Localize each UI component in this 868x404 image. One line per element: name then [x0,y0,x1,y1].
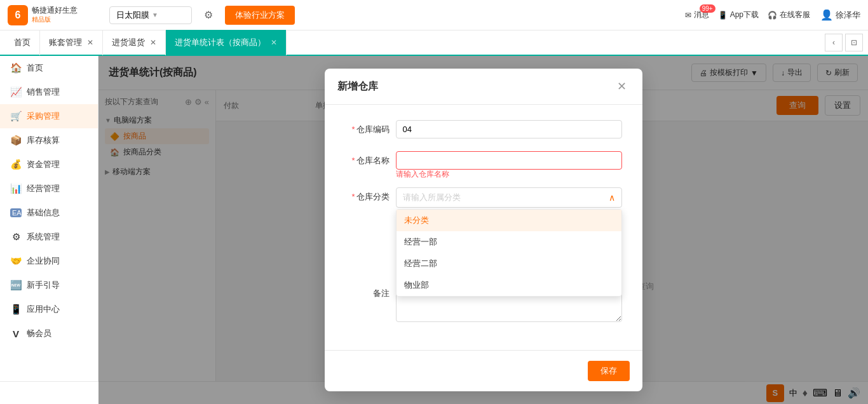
mobile-icon: 📱 [718,11,728,20]
sidebar-item-app-center[interactable]: 📱 应用中心 [0,297,98,321]
tab-purchase-return[interactable]: 进货退货 ✕ [103,30,166,55]
sidebar-item-operations[interactable]: 📊 经营管理 [0,177,98,201]
vip-icon: V [10,328,22,339]
message-icon: ✉ [685,11,691,20]
modal-overlay: 新增仓库 ✕ 仓库编码 仓库名称 请输入仓库名称 [98,56,868,404]
sidebar-enterprise-label: 企业协同 [27,255,60,267]
sidebar-sales-label: 销售管理 [27,86,60,98]
category-arrow-up-icon: ∧ [609,192,615,203]
modal-body: 仓库编码 仓库名称 请输入仓库名称 仓库分类 [325,105,642,350]
remark-label: 备注 [345,284,396,299]
sidebar: 🏠 首页 📈 销售管理 🛒 采购管理 📦 库存核算 💰 资金管理 📊 经营管理 … [0,56,98,404]
tab-controls: ‹ ⊡ [825,34,863,51]
logo-area: 6 畅捷通好生意 精品版 [8,5,103,25]
code-input[interactable] [396,120,622,138]
tab-bar: 首页 账套管理 ✕ 进货退货 ✕ 进货单统计表（按商品） ✕ ‹ ⊡ [0,30,868,56]
system-icon: ⚙ [10,231,22,243]
inventory-icon: 📦 [10,135,22,146]
modal-header: 新增仓库 ✕ [325,69,642,105]
tab-purchase-stats-close-icon[interactable]: ✕ [271,38,277,47]
header-settings-icon[interactable]: ⚙ [198,5,219,25]
dropdown-item-dept1[interactable]: 经营一部 [397,231,621,253]
name-row: 仓库名称 请输入仓库名称 [345,151,622,170]
main-layout: 🏠 首页 📈 销售管理 🛒 采购管理 📦 库存核算 💰 资金管理 📊 经营管理 … [0,56,868,404]
name-label: 仓库名称 [345,151,396,166]
header-right: ✉ 99+ 消息 📱 App下载 🎧 在线客服 👤 徐泽华 [685,9,860,21]
sidebar-item-system[interactable]: ⚙ 系统管理 [0,225,98,249]
store-name: 日太阳膜 [116,10,149,21]
sidebar-home-label: 首页 [27,62,43,74]
logo-text: 畅捷通好生意 [32,6,78,16]
category-placeholder: 请输入所属分类 [403,192,461,203]
tab-account[interactable]: 账套管理 ✕ [40,30,103,55]
sidebar-basic-info-label: 基础信息 [27,207,60,219]
sidebar-operations-label: 经营管理 [27,183,60,194]
name-input-container: 请输入仓库名称 [396,151,622,170]
sidebar-item-basic-info[interactable]: EA 基础信息 [0,201,98,225]
sidebar-item-home[interactable]: 🏠 首页 [0,56,98,80]
name-input[interactable] [396,151,622,170]
sidebar-finance-label: 资金管理 [27,159,60,170]
tab-home[interactable]: 首页 [5,30,40,55]
tab-prev-button[interactable]: ‹ [825,34,843,51]
dropdown-item-dept2[interactable]: 经营二部 [397,253,621,274]
message-icon-item[interactable]: ✉ 99+ 消息 [685,10,709,20]
store-selector[interactable]: 日太阳膜 ▼ [109,6,192,24]
enterprise-icon: 🤝 [10,255,22,267]
sidebar-purchase-label: 采购管理 [27,111,60,122]
code-row: 仓库编码 [345,120,622,138]
store-arrow-icon: ▼ [152,11,185,18]
dropdown-item-unclassified[interactable]: 未分类 [397,210,621,231]
tab-account-close-icon[interactable]: ✕ [87,38,93,47]
headset-icon: 🎧 [768,11,777,20]
top-header: 6 畅捷通好生意 精品版 日太阳膜 ▼ ⚙ 体验行业方案 ✉ 99+ 消息 📱 … [0,0,868,30]
header-icon-group: ✉ 99+ 消息 📱 App下载 🎧 在线客服 [685,10,810,20]
online-service-item[interactable]: 🎧 在线客服 [768,10,810,20]
user-profile[interactable]: 👤 徐泽华 [820,9,860,21]
logo-sub: 精品版 [32,15,78,24]
tab-purchase-stats[interactable]: 进货单统计表（按商品） ✕ [166,30,287,55]
message-badge: 99+ [700,4,715,13]
code-label: 仓库编码 [345,120,396,135]
sidebar-inventory-label: 库存核算 [27,135,60,146]
modal-footer: 保存 [325,350,642,391]
tab-purchase-return-close-icon[interactable]: ✕ [150,38,156,47]
content-area: 进货单统计(按商品) 🖨 按模板打印 ▼ ↓ 导出 ↻ 刷新 [98,56,868,404]
modal-title: 新增仓库 [337,80,378,93]
trial-button[interactable]: 体验行业方案 [225,6,295,25]
user-name: 徐泽华 [836,10,860,21]
warehouse-modal: 新增仓库 ✕ 仓库编码 仓库名称 请输入仓库名称 [325,69,642,391]
tab-account-label: 账套管理 [49,37,82,48]
sidebar-item-purchase[interactable]: 🛒 采购管理 [0,104,98,128]
modal-close-icon[interactable]: ✕ [614,79,630,94]
app-download-item[interactable]: 📱 App下载 [718,10,759,20]
finance-icon: 💰 [10,159,22,170]
logo-text-group: 畅捷通好生意 精品版 [32,6,78,25]
logo-icon: 6 [8,5,28,25]
sidebar-item-sales[interactable]: 📈 销售管理 [0,80,98,104]
tab-next-button[interactable]: ⊡ [845,34,863,51]
app-download-label: App下载 [730,10,759,20]
sidebar-item-enterprise[interactable]: 🤝 企业协同 [0,249,98,273]
tab-purchase-stats-label: 进货单统计表（按商品） [175,37,266,48]
sidebar-item-inventory[interactable]: 📦 库存核算 [0,128,98,152]
category-dropdown: 未分类 经营一部 经营二部 物业部 [396,209,622,297]
guide-icon: 🆕 [10,279,22,291]
sidebar-item-guide[interactable]: 🆕 新手引导 [0,273,98,297]
user-avatar-icon: 👤 [820,9,833,21]
home-icon: 🏠 [10,62,22,74]
operations-icon: 📊 [10,183,22,194]
category-label: 仓库分类 [345,187,396,203]
sidebar-app-center-label: 应用中心 [27,304,60,315]
sidebar-system-label: 系统管理 [27,231,60,243]
name-error-msg: 请输入仓库名称 [396,169,449,180]
sidebar-item-finance[interactable]: 💰 资金管理 [0,152,98,177]
sales-icon: 📈 [10,86,22,98]
sidebar-item-vip[interactable]: V 畅会员 [0,321,98,346]
save-button[interactable]: 保存 [588,361,630,381]
dropdown-item-property[interactable]: 物业部 [397,274,621,296]
category-select-container: 请输入所属分类 ∧ 未分类 经营一部 经营二部 物业部 [396,187,622,208]
sidebar-guide-label: 新手引导 [27,279,60,291]
category-select[interactable]: 请输入所属分类 ∧ [396,187,622,208]
basic-info-icon: EA [10,208,22,217]
